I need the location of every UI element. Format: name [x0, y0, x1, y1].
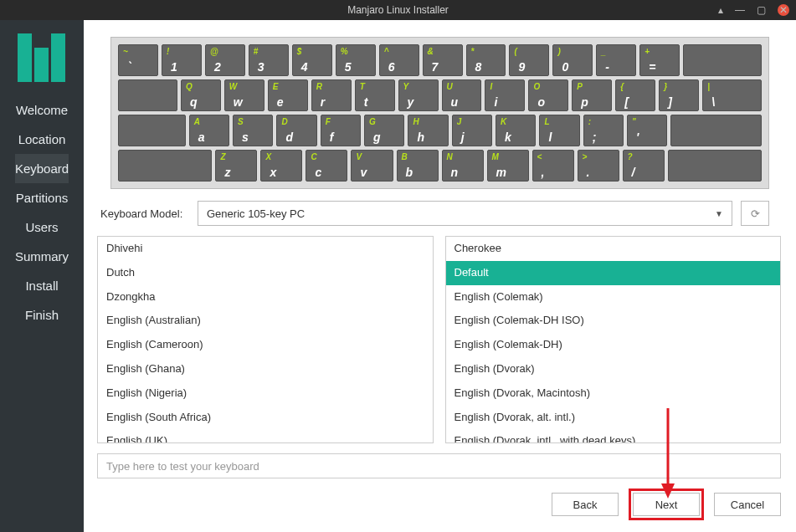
key-5: %5: [336, 44, 376, 76]
sidebar-item-location[interactable]: Location: [15, 125, 69, 154]
layout-listbox[interactable]: DhivehiDutchDzongkhaEnglish (Australian)…: [97, 236, 434, 443]
maximize-icon[interactable]: ▢: [757, 4, 766, 16]
key-char: {[: [615, 79, 655, 111]
sidebar-item-users[interactable]: Users: [15, 212, 69, 242]
key-blank: [683, 44, 762, 76]
key-h: Hh: [408, 115, 448, 146]
key-char: _-: [596, 44, 636, 76]
key-k: Kk: [496, 115, 536, 146]
key-a: Aa: [189, 115, 229, 146]
sidebar-item-partitions[interactable]: Partitions: [15, 183, 69, 212]
variant-item[interactable]: English (Dvorak): [446, 357, 781, 381]
key-c: Cc: [306, 150, 347, 182]
key-6: ^6: [379, 44, 419, 76]
svg-rect-0: [18, 33, 32, 82]
key-t: Tt: [355, 79, 395, 111]
layout-item[interactable]: English (Ghana): [98, 357, 433, 381]
key-7: &7: [423, 44, 463, 76]
layout-item[interactable]: Dzongkha: [98, 285, 433, 309]
back-button[interactable]: Back: [552, 493, 619, 516]
sidebar-item-keyboard[interactable]: Keyboard: [15, 154, 69, 183]
key-l: Ll: [539, 115, 579, 146]
layout-item[interactable]: English (Nigeria): [98, 381, 433, 406]
variant-item[interactable]: English (Dvorak, Macintosh): [446, 381, 781, 406]
footer: Back Next Cancel: [84, 480, 796, 532]
model-label: Keyboard Model:: [97, 207, 189, 220]
key-r: Rr: [311, 79, 352, 111]
key-m: Mm: [487, 150, 529, 182]
key-v: Vv: [351, 150, 393, 182]
close-icon[interactable]: ✕: [778, 4, 789, 16]
key-j: Jj: [452, 115, 492, 146]
key-3: #3: [249, 44, 289, 76]
variant-item[interactable]: English (Dvorak, alt. intl.): [446, 406, 781, 430]
key-4: $4: [292, 44, 332, 76]
key-b: Bb: [397, 150, 439, 182]
variant-item[interactable]: English (Colemak-DH ISO): [446, 309, 781, 333]
key-x: Xx: [260, 150, 302, 182]
key-9: (9: [509, 44, 549, 76]
sidebar-item-finish[interactable]: Finish: [15, 300, 69, 330]
key-u: Uu: [442, 79, 482, 111]
key-char: <,: [532, 150, 574, 182]
next-button[interactable]: Next: [633, 493, 700, 516]
key-w: Ww: [224, 79, 264, 111]
key-blank: [118, 115, 186, 146]
window-title: Manjaro Linux Installer: [347, 4, 449, 16]
key-char: "': [627, 115, 667, 146]
layout-item[interactable]: Dutch: [98, 261, 433, 285]
variant-item[interactable]: Cherokee: [446, 237, 781, 261]
key-char: >.: [578, 150, 619, 182]
key-char: ?/: [623, 150, 665, 182]
layout-item[interactable]: English (Australian): [98, 309, 433, 333]
variant-item[interactable]: English (Colemak-DH): [446, 333, 781, 357]
variant-listbox[interactable]: CherokeeDefaultEnglish (Colemak)English …: [445, 236, 782, 443]
key-d: Dd: [276, 115, 316, 146]
key-blank: [670, 115, 762, 146]
variant-item[interactable]: Default: [446, 261, 781, 285]
key-i: Ii: [485, 79, 525, 111]
keyboard-model-value: Generic 105-key PC: [207, 207, 305, 220]
svg-rect-1: [34, 48, 49, 82]
key-0: )0: [552, 44, 593, 76]
key-p: Pp: [572, 79, 612, 111]
key-q: Qq: [181, 79, 221, 111]
keyboard-test-input[interactable]: [97, 453, 781, 478]
key-char: }]: [659, 79, 699, 111]
sidebar-item-install[interactable]: Install: [15, 271, 69, 300]
keyboard-model-select[interactable]: Generic 105-key PC ▼: [198, 201, 732, 226]
refresh-icon: ⟳: [751, 207, 760, 220]
variant-item[interactable]: English (Colemak): [446, 285, 781, 309]
cancel-button[interactable]: Cancel: [714, 493, 781, 516]
main-panel: ~`!1@2#3$4%5^6&7*8(9)0_-+=QqWwEeRrTtYyUu…: [84, 20, 796, 532]
layout-item[interactable]: English (Cameroon): [98, 333, 433, 357]
minimize-icon[interactable]: —: [735, 4, 745, 16]
variant-item[interactable]: English (Dvorak, intl., with dead keys): [446, 429, 781, 443]
reset-model-button[interactable]: ⟳: [741, 201, 769, 226]
shade-icon[interactable]: ▴: [718, 4, 723, 16]
key-o: Oo: [528, 79, 568, 111]
key-8: *8: [466, 44, 506, 76]
keyboard-preview: ~`!1@2#3$4%5^6&7*8(9)0_-+=QqWwEeRrTtYyUu…: [110, 37, 769, 189]
key-g: Gg: [364, 115, 404, 146]
key-s: Ss: [233, 115, 273, 146]
key-blank: [668, 150, 762, 182]
key-blank: [118, 150, 212, 182]
next-button-highlight: Next: [629, 489, 704, 520]
svg-rect-2: [51, 33, 65, 82]
key-2: @2: [205, 44, 245, 76]
key-blank: [118, 79, 177, 111]
key-char: :;: [583, 115, 624, 146]
key-f: Ff: [321, 115, 361, 146]
key-char: |\: [702, 79, 762, 111]
layout-item[interactable]: English (UK): [98, 429, 433, 443]
sidebar-item-welcome[interactable]: Welcome: [15, 95, 69, 125]
key-z: Zz: [215, 150, 257, 182]
layout-item[interactable]: Dhivehi: [98, 237, 433, 261]
sidebar-item-summary[interactable]: Summary: [15, 242, 69, 271]
sidebar: WelcomeLocationKeyboardPartitionsUsersSu…: [0, 20, 84, 532]
key-n: Nn: [442, 150, 484, 182]
layout-item[interactable]: English (South Africa): [98, 406, 433, 430]
key-char: +=: [639, 44, 680, 76]
titlebar: Manjaro Linux Installer ▴ — ▢ ✕: [0, 0, 796, 20]
